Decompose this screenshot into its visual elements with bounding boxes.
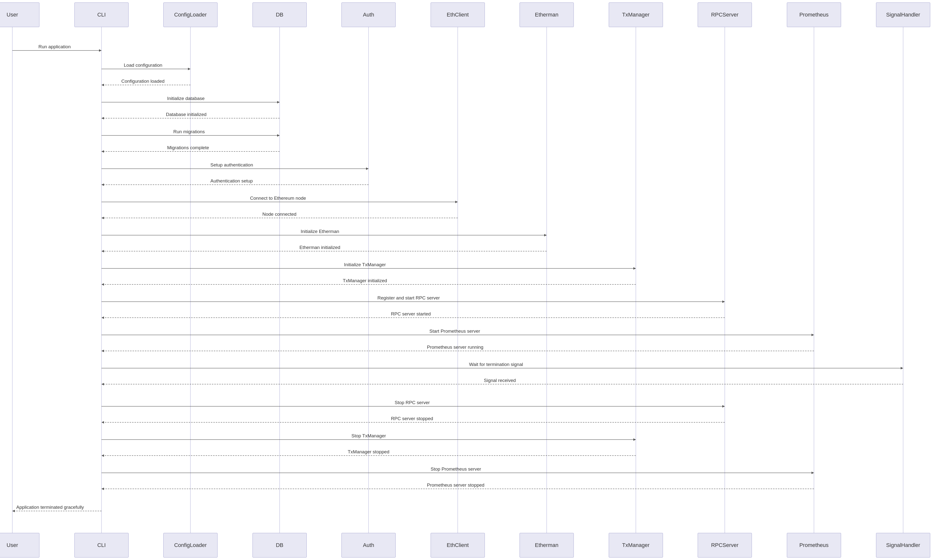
diagram-svg: [0, 0, 946, 560]
actor-bottom-rpcserver: RPCServer: [698, 533, 752, 557]
sequence-diagram: UserUserCLICLIConfigLoaderConfigLoaderDB…: [0, 0, 946, 560]
actor-bottom-prometheus: Prometheus: [787, 533, 841, 557]
msg-arrow-6: [102, 150, 104, 153]
msg-label-6: Migrations complete: [167, 145, 209, 151]
msg-arrow-20: [102, 383, 104, 385]
actor-bottom-configloader: ConfigLoader: [163, 533, 217, 557]
msg-arrow-17: [812, 334, 814, 336]
actor-top-signalhandler: SignalHandler: [876, 3, 930, 27]
msg-label-21: Stop RPC server: [394, 400, 430, 405]
msg-label-8: Authentication setup: [210, 178, 253, 184]
msg-label-23: Stop TxManager: [351, 433, 386, 438]
actor-bottom-user: User: [0, 533, 39, 557]
msg-label-0: Run application: [39, 44, 71, 49]
msg-arrow-14: [102, 283, 104, 286]
msg-label-12: Etherman initialized: [300, 245, 340, 250]
msg-label-19: Wait for termination signal: [469, 362, 523, 367]
msg-arrow-5: [277, 134, 280, 137]
msg-label-22: RPC server stopped: [391, 416, 433, 422]
msg-arrow-19: [901, 367, 903, 369]
msg-label-16: RPC server started: [391, 311, 431, 317]
msg-label-10: Node connected: [262, 212, 296, 217]
msg-arrow-11: [544, 234, 547, 236]
msg-arrow-0: [99, 49, 102, 52]
actor-bottom-db: DB: [253, 533, 307, 557]
actor-bottom-cli: CLI: [74, 533, 129, 557]
actor-top-user: User: [0, 3, 39, 27]
actor-bottom-ethclient: EthClient: [431, 533, 485, 557]
actor-bottom-etherman: Etherman: [519, 533, 574, 557]
msg-label-3: Initialize database: [167, 96, 205, 101]
msg-arrow-9: [455, 201, 458, 203]
msg-label-18: Prometheus server running: [427, 345, 483, 350]
msg-label-7: Setup authentication: [210, 162, 253, 168]
msg-arrow-13: [633, 267, 636, 270]
msg-arrow-8: [102, 183, 104, 186]
msg-arrow-15: [722, 300, 725, 303]
msg-label-25: Stop Prometheus server: [431, 466, 481, 472]
actor-top-prometheus: Prometheus: [787, 3, 841, 27]
msg-arrow-7: [366, 168, 368, 170]
msg-label-17: Start Prometheus server: [429, 329, 480, 334]
msg-label-11: Initialize Etherman: [301, 229, 339, 234]
msg-label-24: TxManager stopped: [348, 449, 390, 455]
msg-arrow-18: [102, 350, 104, 352]
actor-top-configloader: ConfigLoader: [163, 3, 217, 27]
msg-label-13: Initialize TxManager: [344, 262, 386, 268]
msg-label-27: Application terminated gracefully: [16, 505, 84, 510]
msg-arrow-16: [102, 317, 104, 319]
actor-bottom-txmanager: TxManager: [609, 533, 663, 557]
msg-label-2: Configuration loaded: [122, 78, 165, 84]
msg-arrow-27: [12, 510, 15, 512]
actor-top-cli: CLI: [74, 3, 129, 27]
msg-arrow-21: [722, 405, 725, 408]
msg-arrow-25: [812, 472, 814, 474]
actor-top-etherman: Etherman: [519, 3, 574, 27]
actor-bottom-auth: Auth: [342, 533, 396, 557]
msg-arrow-12: [102, 250, 104, 252]
actor-top-ethclient: EthClient: [431, 3, 485, 27]
msg-arrow-2: [102, 84, 104, 86]
msg-arrow-10: [102, 217, 104, 219]
msg-arrow-1: [188, 68, 190, 70]
msg-arrow-24: [102, 454, 104, 457]
msg-label-14: TxManager initialized: [343, 278, 387, 283]
msg-arrow-4: [102, 117, 104, 120]
msg-label-1: Load configuration: [124, 63, 162, 68]
msg-arrow-23: [633, 438, 636, 441]
msg-label-20: Signal received: [484, 378, 516, 383]
actor-top-auth: Auth: [342, 3, 396, 27]
msg-label-4: Database initialized: [166, 112, 207, 117]
actor-top-txmanager: TxManager: [609, 3, 663, 27]
actor-top-db: DB: [253, 3, 307, 27]
msg-label-5: Run migrations: [173, 129, 205, 134]
msg-arrow-26: [102, 488, 104, 490]
msg-label-15: Register and start RPC server: [377, 295, 440, 301]
msg-label-9: Connect to Ethereum node: [250, 195, 306, 201]
actor-top-rpcserver: RPCServer: [698, 3, 752, 27]
msg-label-26: Prometheus server stopped: [427, 482, 484, 488]
msg-arrow-22: [102, 421, 104, 423]
msg-arrow-3: [277, 101, 280, 103]
actor-bottom-signalhandler: SignalHandler: [876, 533, 930, 557]
